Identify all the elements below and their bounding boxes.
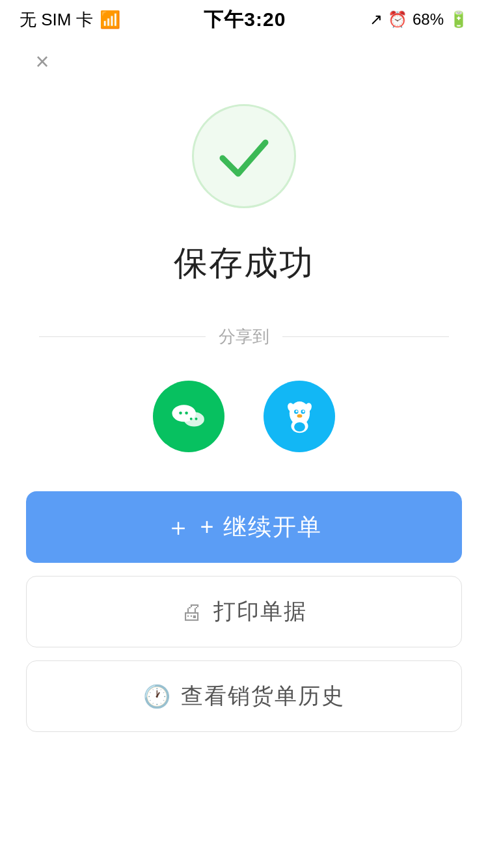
svg-point-4	[189, 417, 192, 420]
divider-right	[282, 336, 449, 337]
continue-order-button[interactable]: ＋ + 继续开单	[26, 491, 462, 563]
status-right: ↗ ⏰ 68% 🔋	[370, 10, 468, 29]
success-title: 保存成功	[174, 241, 314, 286]
main-content: 保存成功 分享到	[0, 39, 488, 732]
status-bar: 无 SIM 卡 📶 下午3:20 ↗ ⏰ 68% 🔋	[0, 0, 488, 39]
no-sim-label: 无 SIM 卡	[20, 8, 93, 31]
share-label: 分享到	[219, 325, 269, 348]
svg-point-11	[295, 410, 297, 412]
svg-point-3	[185, 411, 188, 414]
share-section: 分享到	[0, 325, 488, 452]
direction-icon: ↗	[370, 10, 383, 29]
checkmark-icon	[215, 127, 273, 185]
status-time: 下午3:20	[204, 7, 286, 33]
svg-point-8	[294, 422, 305, 431]
battery-label: 68%	[413, 10, 444, 29]
wechat-share-button[interactable]	[153, 381, 224, 452]
qq-share-button[interactable]	[264, 381, 335, 452]
view-history-button[interactable]: 🕐 查看销货单历史	[26, 660, 462, 732]
continue-order-label: + 继续开单	[200, 511, 321, 543]
svg-point-2	[179, 411, 182, 414]
qq-icon-svg	[278, 396, 321, 438]
view-history-label: 查看销货单历史	[181, 681, 345, 711]
close-button[interactable]: ×	[26, 46, 59, 78]
alarm-icon: ⏰	[388, 10, 407, 29]
share-icons	[153, 381, 335, 452]
action-buttons: ＋ + 继续开单 🖨 打印单据 🕐 查看销货单历史	[0, 491, 488, 732]
share-divider: 分享到	[0, 325, 488, 348]
printer-icon: 🖨	[181, 599, 204, 625]
clock-icon: 🕐	[143, 683, 172, 709]
divider-left	[39, 336, 206, 337]
wechat-icon-svg	[168, 396, 210, 438]
svg-point-13	[297, 414, 302, 417]
success-circle	[192, 104, 296, 208]
status-left: 无 SIM 卡 📶	[20, 8, 120, 31]
wifi-icon: 📶	[100, 10, 120, 30]
print-receipt-label: 打印单据	[213, 597, 307, 627]
svg-point-12	[302, 410, 304, 412]
battery-icon: 🔋	[449, 10, 468, 29]
close-icon: ×	[35, 48, 49, 75]
plus-icon: ＋	[166, 511, 192, 544]
svg-point-5	[195, 417, 197, 420]
print-receipt-button[interactable]: 🖨 打印单据	[26, 576, 462, 647]
